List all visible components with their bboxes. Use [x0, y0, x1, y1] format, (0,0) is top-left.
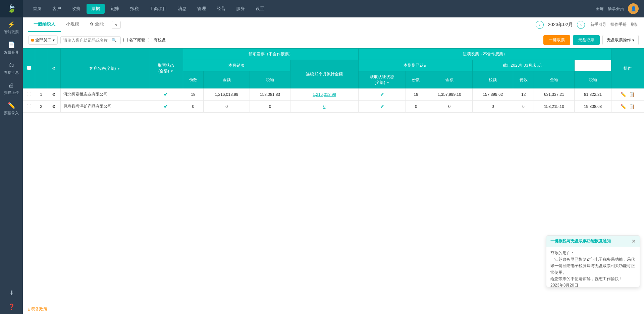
- nav-settings[interactable]: 设置: [251, 4, 269, 14]
- td-amount2: 1,357,999.10: [426, 88, 473, 101]
- employee-select[interactable]: 全部员工 ▾: [28, 36, 58, 45]
- nav-customer[interactable]: 客户: [48, 4, 66, 14]
- th-count2: 份数: [406, 71, 426, 88]
- sidebar-bottom: ⬇ ❓: [0, 286, 23, 314]
- nav-operations[interactable]: 经营: [212, 4, 230, 14]
- td-cert-status: ✔: [359, 101, 406, 113]
- sidebar-item-help[interactable]: ❓: [0, 300, 23, 314]
- data-entry-icon: ✏️: [8, 102, 15, 109]
- row-checkbox[interactable]: [27, 92, 31, 96]
- cert-status-check-icon: ✔: [380, 91, 384, 97]
- footer-icon: ℹ: [28, 307, 30, 312]
- nav-tax[interactable]: 报税: [125, 4, 144, 14]
- td-amount1: 0: [204, 101, 250, 113]
- cert-status-sort-icon[interactable]: ▼: [386, 81, 390, 84]
- no-disk-fetch-button[interactable]: 无盘取票: [573, 35, 600, 45]
- th-count3: 份数: [513, 71, 534, 88]
- tab-label: 小规模: [66, 21, 79, 27]
- th-fetch-status: 取票状态(全部) ▼: [149, 49, 183, 88]
- sidebar-item-invoice-summary[interactable]: 🗂 票据汇总: [0, 58, 23, 78]
- current-month-label: 2023年02月: [548, 22, 573, 28]
- th-tax1: 税额: [250, 71, 290, 88]
- td-customer-name: 灵寿县尚泽矿产品有限公司: [60, 101, 149, 113]
- nav-management[interactable]: 管理: [193, 4, 211, 14]
- nav-billing[interactable]: 收费: [67, 4, 85, 14]
- prev-month-icon: ‹: [539, 22, 541, 27]
- sidebar-item-invoice-issue[interactable]: 📄 发票开具: [0, 38, 23, 58]
- th-purchase-invoice-group: 进项发票（不含作废票）: [359, 49, 611, 60]
- customer-sort-icon[interactable]: ▼: [117, 67, 120, 70]
- td-fetch-status: ✔: [149, 101, 183, 113]
- row-checkbox[interactable]: [27, 104, 31, 108]
- manual-btn[interactable]: 操作手册: [610, 22, 627, 27]
- member-btn[interactable]: 畅享会员: [608, 6, 624, 12]
- sidebar-item-smart-fetch[interactable]: ⚡ 智能取票: [0, 17, 23, 38]
- dropdown-arrow-icon: ▾: [53, 38, 55, 43]
- notification-header: 一键报税与无盘取票功能恢复通知 ✕: [546, 236, 640, 247]
- copy-action-icon[interactable]: 📋: [629, 92, 635, 97]
- td-action: ✏️ 📋: [611, 88, 644, 101]
- cumulative-link[interactable]: 1,216,013.99: [313, 92, 336, 97]
- nav-home[interactable]: 首页: [28, 4, 46, 14]
- cumulative-link[interactable]: 0: [323, 104, 326, 109]
- month-navigation: ‹ 2023年02月 ›: [536, 21, 585, 29]
- search-icon[interactable]: 🔍: [112, 38, 117, 43]
- nav-message[interactable]: 消息: [173, 4, 191, 14]
- edit-action-icon[interactable]: ✏️: [621, 92, 626, 97]
- nav-bookkeeping[interactable]: 记账: [106, 4, 124, 14]
- td-count2: 19: [406, 88, 426, 101]
- td-count1: 0: [183, 101, 203, 113]
- checkbox-tax-disk[interactable]: 有税盘: [148, 37, 166, 43]
- sidebar-logo[interactable]: 🍃: [0, 0, 23, 17]
- avatar-icon: 👤: [631, 6, 636, 11]
- refresh-btn[interactable]: 刷新: [631, 22, 639, 27]
- th-sales-invoice-group: 销项发票（不含作废票）: [183, 49, 358, 60]
- td-tax1: 158,081.83: [250, 88, 290, 101]
- td-tax3: 81,822.21: [575, 88, 611, 101]
- fetch-status-sort-icon[interactable]: ▼: [170, 69, 173, 73]
- employee-select-label: 全部员工: [35, 37, 51, 43]
- tab-small-scale[interactable]: 小规模: [61, 17, 85, 32]
- prev-month-button[interactable]: ‹: [536, 21, 544, 29]
- nav-service[interactable]: 服务: [231, 4, 250, 14]
- download-icon: ⬇: [9, 289, 14, 297]
- checkbox-tax-disk-input[interactable]: [148, 38, 152, 42]
- checkbox-account-input[interactable]: [123, 38, 128, 42]
- search-input[interactable]: [63, 38, 110, 43]
- select-all-checkbox[interactable]: [27, 66, 31, 70]
- edit-action-icon[interactable]: ✏️: [621, 104, 626, 109]
- notification-title: 一键报税与无盘取票功能恢复通知: [550, 238, 611, 244]
- sidebar: 🍃 ⚡ 智能取票 📄 发票开具 🗂 票据汇总 🖨 扫描上传 ✏️ 票据录入 ⬇ …: [0, 0, 23, 314]
- new-guide-btn[interactable]: 新手引导: [590, 22, 606, 27]
- user-avatar[interactable]: 👤: [628, 3, 639, 14]
- notification-close-button[interactable]: ✕: [632, 239, 636, 244]
- tab-general-taxpayer[interactable]: 一般纳税人: [28, 17, 61, 32]
- no-disk-more-button[interactable]: 无盘取票操作 ▾: [602, 35, 639, 45]
- sidebar-item-data-entry[interactable]: ✏️ 票据录入: [0, 99, 23, 119]
- nav-business[interactable]: 工商项目: [145, 4, 172, 14]
- table-row: 2 ⚙ 灵寿县尚泽矿产品有限公司 ✔ 0 0 0 0 ✔ 0 0 0 6 153…: [23, 101, 644, 113]
- sidebar-item-download[interactable]: ⬇: [0, 286, 23, 300]
- tab-all[interactable]: ✿ 全能: [85, 17, 109, 32]
- th-current-month: 本月销项: [183, 60, 290, 71]
- sidebar-item-scan-upload[interactable]: 🖨 扫描上传: [0, 78, 23, 99]
- th-checkbox: [23, 49, 35, 88]
- scan-upload-icon: 🖨: [8, 82, 14, 89]
- nav-invoice[interactable]: 票据: [87, 4, 105, 14]
- tab-extra-dropdown[interactable]: ∨: [112, 21, 121, 29]
- main-table: ⚙ 客户名称(全部) ▼ 取票状态(全部) ▼ 销项发票（不含作废票）: [23, 48, 644, 113]
- smart-fetch-icon: ⚡: [8, 21, 15, 28]
- checkbox-account[interactable]: 名下账套: [123, 37, 145, 43]
- fetch-status-check-icon: ✔: [164, 91, 168, 97]
- filter-bar: 全部员工 ▾ 🔍 名下账套 有税盘 一键取票 无盘取票 无盘取票操作 ▾: [23, 32, 644, 48]
- more-dropdown-icon: ▾: [632, 38, 634, 43]
- next-month-button[interactable]: ›: [577, 21, 585, 29]
- table-row: 1 ⚙ 河北柯搴桃实业有限公司 ✔ 18 1,216,013.99 158,08…: [23, 88, 644, 101]
- tax-policy-link[interactable]: 税务政策: [31, 306, 47, 312]
- td-count3: 6: [513, 101, 534, 113]
- fullscreen-btn[interactable]: 全屏: [596, 6, 604, 12]
- td-tax2: 157,399.62: [473, 88, 513, 101]
- th-amount1: 金额: [204, 71, 250, 88]
- one-click-fetch-button[interactable]: 一键取票: [543, 35, 570, 45]
- copy-action-icon[interactable]: 📋: [629, 104, 635, 109]
